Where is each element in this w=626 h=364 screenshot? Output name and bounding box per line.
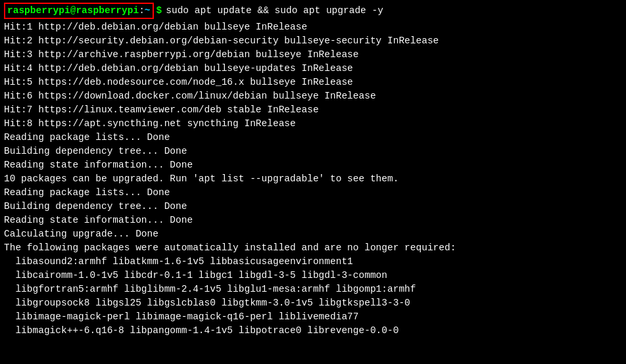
output-line: Reading package lists... Done — [4, 131, 622, 145]
output-line: Hit:3 http://archive.raspberrypi.org/deb… — [4, 48, 622, 62]
terminal-output: Hit:1 http://deb.debian.org/debian bulls… — [4, 20, 622, 338]
output-line: Building dependency tree... Done — [4, 200, 622, 214]
output-line: Hit:6 https://download.docker.com/linux/… — [4, 89, 622, 103]
output-line: Hit:1 http://deb.debian.org/debian bulls… — [4, 20, 622, 34]
output-line: libasound2:armhf libatkmm-1.6-1v5 libbas… — [4, 255, 622, 269]
output-line: Reading state information... Done — [4, 158, 622, 172]
prompt-line[interactable]: raspberrypi@raspberrypi : ~ $ sudo apt u… — [4, 3, 622, 19]
output-line: Reading state information... Done — [4, 214, 622, 227]
prompt-dollar: $ — [156, 4, 162, 18]
output-line: Reading package lists... Done — [4, 186, 622, 200]
output-line: Building dependency tree... Done — [4, 145, 622, 158]
prompt-user: raspberrypi@raspberrypi — [7, 4, 139, 18]
prompt-tilde: ~ — [145, 4, 151, 18]
output-line: libgroupsock8 libgsl25 libgslcblas0 libg… — [4, 296, 622, 310]
output-line: Hit:2 http://security.debian.org/debian-… — [4, 34, 622, 48]
output-line: Hit:7 https://linux.teamviewer.com/deb s… — [4, 103, 622, 117]
output-line: Hit:5 https://deb.nodesource.com/node_16… — [4, 76, 622, 89]
output-line: Hit:4 http://deb.debian.org/debian bulls… — [4, 62, 622, 76]
prompt-command: sudo apt update && sudo apt upgrade -y — [166, 4, 383, 18]
output-line: The following packages were automaticall… — [4, 241, 622, 255]
prompt-separator: : — [139, 4, 145, 18]
prompt-box: raspberrypi@raspberrypi : ~ — [4, 3, 154, 19]
output-line: Calculating upgrade... Done — [4, 227, 622, 241]
output-line: 10 packages can be upgraded. Run 'apt li… — [4, 172, 622, 186]
output-line: libmagick++-6.q16-8 libpangomm-1.4-1v5 l… — [4, 324, 622, 338]
output-line: libgfortran5:armhf libglibmm-2.4-1v5 lib… — [4, 283, 622, 296]
output-line: libcairomm-1.0-1v5 libcdr-0.1-1 libgc1 l… — [4, 269, 622, 283]
output-line: Hit:8 https://apt.syncthing.net syncthin… — [4, 117, 622, 131]
output-line: libimage-magick-perl libimage-magick-q16… — [4, 310, 622, 324]
terminal: raspberrypi@raspberrypi : ~ $ sudo apt u… — [0, 0, 626, 364]
